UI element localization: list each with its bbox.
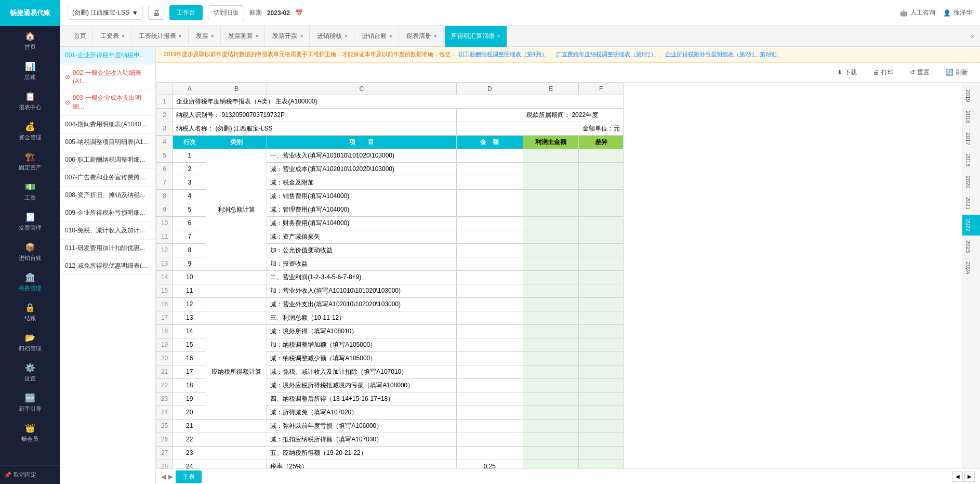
close-tab-salary[interactable]: × (122, 33, 125, 39)
company-selector[interactable]: (勿删) 江西服宝-LSS ▼ (68, 6, 143, 20)
close-tab-invoice-open[interactable]: × (300, 33, 303, 39)
year-item-2023[interactable]: 2023 (962, 236, 980, 257)
period-value: 2023-02 (267, 9, 290, 17)
scroll-right-button[interactable]: ▶ (964, 472, 975, 482)
sidebar-item-home[interactable]: 🏠 首页 (0, 26, 60, 56)
sidebar-item-archive[interactable]: 📂 归档管理 (0, 328, 60, 358)
refresh-icon: 🔄 (946, 69, 953, 76)
sidebar-item-guide[interactable]: 🆕 新手引导 (0, 388, 60, 418)
year-item-2016[interactable]: 2016 (962, 107, 980, 127)
table-row: 5 1 利润总额计算 一、营业收入(填写A101010\101020\10300… (156, 149, 624, 162)
left-item-009[interactable]: 009-企业所得税补亏损明细... (60, 204, 155, 222)
left-item-006[interactable]: 006-职工薪酬纳税调整明细... (60, 151, 155, 169)
prev-sheet-icon[interactable]: ◀ (161, 473, 166, 480)
left-item-011[interactable]: 011-研发费用加计扣除优惠... (60, 240, 155, 257)
left-item-007[interactable]: 007-广告费和业务宣传费跨... (60, 169, 155, 187)
close-tab-invoice-calc[interactable]: × (256, 33, 259, 39)
tab-invoice[interactable]: 发票 × (190, 26, 221, 47)
home-icon: 🏠 (25, 31, 35, 41)
left-item-001[interactable]: 001-企业所得税年度纳税申... (60, 47, 155, 64)
sidebar-item-invoices[interactable]: 🧾 发票管理 (0, 207, 60, 237)
settings-icon: ⚙️ (25, 363, 35, 373)
tab-invoice-open[interactable]: 发票开票 × (266, 26, 310, 47)
sidebar-item-vip[interactable]: 👑 畅会员 (0, 418, 60, 448)
tab-invoice-calc[interactable]: 发票测算 × (222, 26, 266, 47)
col-header-B: B (206, 83, 267, 95)
col-label-amount: 金 额 (456, 135, 523, 149)
print-doc-button[interactable]: 🖨 (148, 6, 164, 20)
print-icon: 🖨 (873, 69, 879, 76)
taxpayer-id-cell: 纳税人识别号： 91320500703719732P (173, 108, 456, 122)
tab-salary[interactable]: 工资表 × (94, 26, 131, 47)
user-profile[interactable]: 👤 徐泽华 (943, 8, 972, 17)
sidebar-item-tax[interactable]: 🏛️ 税务管理 (0, 267, 60, 297)
chevron-down-icon: ▼ (132, 9, 138, 17)
table-row: 27 23 五、应纳税所得额（19-20-21-22） (156, 446, 624, 460)
year-item-2020[interactable]: 2020 (962, 172, 980, 192)
close-tab-invoice[interactable]: × (211, 33, 214, 39)
sidebar-bottom: 📌 取消固定 (0, 465, 60, 484)
sidebar-item-close[interactable]: 🔒 结账 (0, 297, 60, 328)
sidebar-item-reports[interactable]: 📋 报表中心 (0, 86, 60, 116)
left-item-012[interactable]: 012-减免所得税优惠明细表(… (60, 257, 155, 275)
tab-tax-list[interactable]: 税表清册 × (400, 26, 444, 47)
col-label-category: 类别 (206, 135, 267, 149)
cancel-fixed-button[interactable]: 📌 取消固定 (0, 466, 60, 484)
download-icon: ⬇ (837, 69, 842, 76)
warning-link-3[interactable]: 企业所得税附补亏损明细表（第2列、第8列） (665, 51, 780, 57)
close-all-tabs[interactable]: × (971, 32, 975, 41)
bottom-bar: ◀ ▶ 主表 ◀ ▶ (156, 468, 980, 484)
guide-icon: 🆕 (25, 393, 35, 403)
year-item-2022[interactable]: 2022 (962, 215, 980, 236)
warning-link-2[interactable]: 广宣费跨年度纳税调整明细表（第8行） (556, 51, 656, 57)
sidebar-item-fixed-assets[interactable]: 🏗️ 固定资产 (0, 147, 60, 177)
download-button[interactable]: ⬇ 下载 (833, 66, 861, 79)
print-button[interactable]: 🖨 打印 (869, 66, 898, 79)
left-item-002[interactable]: ⊘ 002-一般企业收入明细表(A1... (60, 64, 155, 89)
tab-home[interactable]: 首页 (68, 26, 93, 47)
tab-sales-audit[interactable]: 进销稽核 × (311, 26, 354, 47)
year-item-2024[interactable]: 2024 (962, 257, 980, 278)
scroll-left-button[interactable]: ◀ (952, 472, 963, 482)
category-profit-calc: 利润总额计算 (206, 149, 267, 270)
sidebar-item-salary[interactable]: 💵 工资 (0, 177, 60, 207)
next-sheet-icon[interactable]: ▶ (168, 473, 173, 480)
reset-button[interactable]: ↺ 重置 (906, 66, 934, 79)
sidebar-item-sales[interactable]: 📦 进销台账 (0, 237, 60, 267)
row-num: 4 (156, 135, 173, 149)
left-item-005[interactable]: 005-纳税调整项目明细表(A1... (60, 134, 155, 151)
tab-salary-stats[interactable]: 工资统计报表 × (133, 26, 189, 47)
salary-icon: 💵 (25, 182, 35, 192)
sidebar-item-settings[interactable]: ⚙️ 设置 (0, 358, 60, 388)
tab-sales-ledger[interactable]: 进销台账 × (355, 26, 399, 47)
reset-icon: ↺ (910, 69, 915, 76)
year-item-2021[interactable]: 2021 (962, 193, 980, 214)
switch-version-button[interactable]: 切到旧版 (208, 5, 244, 20)
workbench-button[interactable]: 工作台 (169, 5, 203, 20)
year-item-2017[interactable]: 2017 (962, 128, 980, 149)
period-label: 账期 (249, 8, 262, 17)
year-item-2019[interactable]: 2019 (962, 85, 980, 106)
sidebar-item-assets[interactable]: 💰 资金管理 (0, 116, 60, 147)
left-item-008[interactable]: 008-资产折旧、摊销及纳税... (60, 187, 155, 204)
year-panel: 2019 2016 2017 2018 2020 2021 2022 2023 … (962, 83, 980, 468)
year-item-2018[interactable]: 2018 (962, 150, 980, 171)
close-period-icon: 🔒 (25, 303, 35, 312)
toolbar: ⬇ 下载 🖨 打印 ↺ 重置 🔄 刷新 (156, 63, 980, 83)
close-tab-tax-list[interactable]: × (434, 33, 437, 39)
tab-income-tax[interactable]: 所得税汇算清缴 × (445, 26, 507, 47)
sidebar-item-ledger[interactable]: 📊 总账 (0, 56, 60, 86)
left-panel: 001-企业所得税年度纳税申... ⊘ 002-一般企业收入明细表(A1... … (60, 47, 156, 484)
left-item-003[interactable]: ⊘ 003-一般企业成本支出明细... (60, 89, 155, 116)
table-row: 16 12 减：营业外支出(填写A102010\102020\103000) (156, 297, 624, 311)
bottom-tab-main[interactable]: 主表 (176, 470, 202, 483)
left-item-004[interactable]: 004-期间费用明细表(A1040... (60, 116, 155, 134)
close-tab-sales-ledger[interactable]: × (389, 33, 392, 39)
refresh-button[interactable]: 🔄 刷新 (942, 66, 972, 79)
close-tab-salary-stats[interactable]: × (179, 33, 182, 39)
close-tab-income-tax[interactable]: × (497, 33, 500, 39)
close-tab-sales-audit[interactable]: × (345, 33, 348, 39)
ai-query[interactable]: 🤖 人工咨询 (900, 8, 935, 17)
left-item-010[interactable]: 010-免税、减计收入及加计... (60, 222, 155, 240)
warning-link-1[interactable]: 职工薪酬纳税调整明细表（第4列） (458, 51, 547, 57)
